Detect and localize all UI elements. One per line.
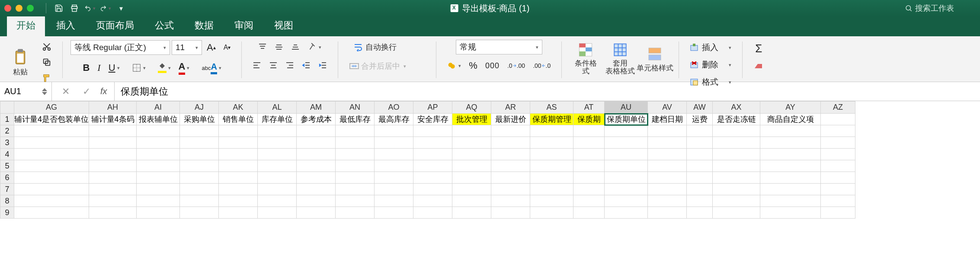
cell-AK2[interactable] (219, 125, 258, 137)
cell-AT5[interactable] (573, 160, 605, 172)
print-icon[interactable] (69, 3, 80, 14)
formula-input[interactable] (115, 82, 980, 101)
cell-AI6[interactable] (137, 172, 180, 184)
phonetic-guide-button[interactable]: abcA▾ (199, 60, 224, 76)
row-header-6[interactable]: 6 (0, 172, 14, 184)
cell-AO7[interactable] (375, 184, 413, 195)
cell-AY3[interactable] (760, 137, 821, 149)
cell-AX4[interactable] (713, 149, 760, 160)
cell-AR4[interactable] (491, 149, 530, 160)
cell-AL6[interactable] (258, 172, 297, 184)
col-header-AR[interactable]: AR (491, 102, 530, 114)
cell-AV6[interactable] (648, 172, 687, 184)
cell-AT9[interactable] (573, 207, 605, 219)
paste-button[interactable]: 粘贴 (4, 43, 36, 81)
cell-AT7[interactable] (573, 184, 605, 195)
increase-indent-button[interactable] (315, 59, 330, 72)
cell-AT4[interactable] (573, 149, 605, 160)
cell-AR6[interactable] (491, 172, 530, 184)
row-header-2[interactable]: 2 (0, 125, 14, 137)
col-header-AH[interactable]: AH (89, 102, 137, 114)
row-header-4[interactable]: 4 (0, 149, 14, 160)
tab-3[interactable]: 公式 (145, 16, 183, 36)
cell-AL1[interactable]: 库存单位 (258, 114, 297, 125)
cell-AK9[interactable] (219, 207, 258, 219)
cell-AG5[interactable] (14, 160, 89, 172)
cell-AU8[interactable] (605, 195, 648, 207)
tab-5[interactable]: 审阅 (225, 16, 263, 36)
decrease-font-button[interactable]: A▾ (221, 41, 234, 54)
cell-AY7[interactable] (760, 184, 821, 195)
cell-AI8[interactable] (137, 195, 180, 207)
cell-AR9[interactable] (491, 207, 530, 219)
col-header-AM[interactable]: AM (297, 102, 336, 114)
col-header-AT[interactable]: AT (573, 102, 605, 114)
cell-AJ3[interactable] (180, 137, 219, 149)
minimize-window-button[interactable] (16, 5, 22, 12)
cell-AH1[interactable]: 辅计量4条码 (89, 114, 137, 125)
cell-AH8[interactable] (89, 195, 137, 207)
cell-AN8[interactable] (336, 195, 375, 207)
format-as-table-button[interactable]: 套用 表格格式 (604, 40, 636, 78)
col-header-AQ[interactable]: AQ (452, 102, 491, 114)
cell-AN5[interactable] (336, 160, 375, 172)
cut-button[interactable] (39, 40, 54, 54)
cell-AW9[interactable] (687, 207, 713, 219)
cell-AR2[interactable] (491, 125, 530, 137)
cell-AS9[interactable] (530, 207, 573, 219)
cell-AY1[interactable]: 商品自定义项 (760, 114, 821, 125)
cell-AZ6[interactable] (821, 172, 855, 184)
cell-AS5[interactable] (530, 160, 573, 172)
cell-AW2[interactable] (687, 125, 713, 137)
cell-AK6[interactable] (219, 172, 258, 184)
cell-AQ3[interactable] (452, 137, 491, 149)
cell-AQ7[interactable] (452, 184, 491, 195)
col-header-AP[interactable]: AP (413, 102, 452, 114)
cancel-formula-button[interactable]: ✕ (59, 84, 73, 99)
clear-button[interactable] (750, 59, 767, 72)
cell-AZ5[interactable] (821, 160, 855, 172)
cell-AL8[interactable] (258, 195, 297, 207)
wrap-text-button[interactable]: 自动换行 (350, 40, 424, 54)
name-box-input[interactable] (4, 86, 39, 96)
cell-AS4[interactable] (530, 149, 573, 160)
cell-AX3[interactable] (713, 137, 760, 149)
italic-button[interactable]: I (94, 60, 103, 76)
cell-AU6[interactable] (605, 172, 648, 184)
cell-AI1[interactable]: 报表辅单位 (137, 114, 180, 125)
autosum-button[interactable]: Σ (750, 40, 767, 57)
cell-AS7[interactable] (530, 184, 573, 195)
cell-AX8[interactable] (713, 195, 760, 207)
cell-AI3[interactable] (137, 137, 180, 149)
cell-AT8[interactable] (573, 195, 605, 207)
row-header-1[interactable]: 1 (0, 114, 14, 125)
cell-AV2[interactable] (648, 125, 687, 137)
cell-AG3[interactable] (14, 137, 89, 149)
cell-AU9[interactable] (605, 207, 648, 219)
cell-AV5[interactable] (648, 160, 687, 172)
merge-center-button[interactable]: 合并后居中▾ (346, 59, 428, 73)
cell-AL4[interactable] (258, 149, 297, 160)
insert-cells-button[interactable]: 插入▾ (687, 40, 734, 55)
align-top-button[interactable] (255, 40, 270, 54)
cell-AV4[interactable] (648, 149, 687, 160)
cell-AO2[interactable] (375, 125, 413, 137)
cell-AH6[interactable] (89, 172, 137, 184)
font-name-combo[interactable]: 等线 Regular (正文)▾ (70, 40, 170, 55)
bold-button[interactable]: B (80, 60, 93, 76)
align-left-button[interactable] (250, 58, 264, 73)
cell-AG9[interactable] (14, 207, 89, 219)
col-header-AX[interactable]: AX (713, 102, 760, 114)
cell-AI4[interactable] (137, 149, 180, 160)
row-header-3[interactable]: 3 (0, 137, 14, 149)
cell-AY9[interactable] (760, 207, 821, 219)
col-header-AZ[interactable]: AZ (821, 102, 855, 114)
cell-AL3[interactable] (258, 137, 297, 149)
cell-AR3[interactable] (491, 137, 530, 149)
decrease-indent-button[interactable] (299, 59, 314, 72)
cell-AP1[interactable]: 安全库存 (413, 114, 452, 125)
cell-AG2[interactable] (14, 125, 89, 137)
cell-AU5[interactable] (605, 160, 648, 172)
cell-AV9[interactable] (648, 207, 687, 219)
cell-AO8[interactable] (375, 195, 413, 207)
